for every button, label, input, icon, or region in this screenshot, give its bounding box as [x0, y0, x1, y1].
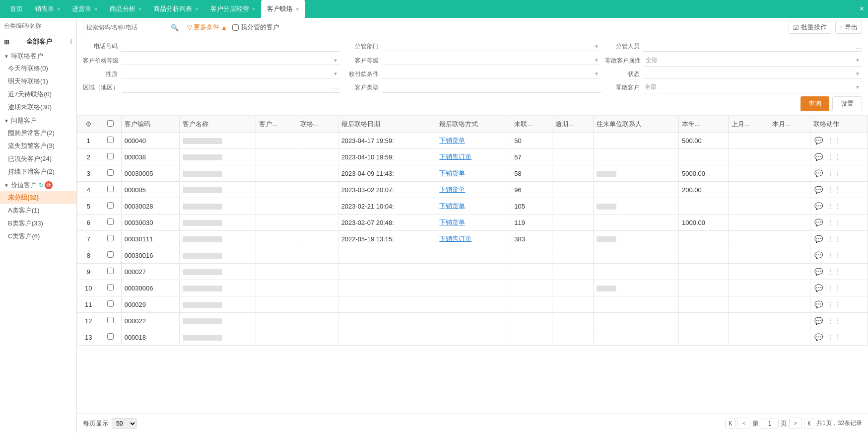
row-more-btn[interactable]: ⋮⋮ [826, 299, 842, 309]
td-checkbox[interactable] [100, 313, 121, 329]
all-customers-header[interactable]: ⊞ 全部客户 《 [0, 34, 76, 49]
td-checkbox[interactable] [100, 264, 121, 280]
first-page-btn[interactable]: К [725, 419, 735, 429]
row-more-btn[interactable]: ⋮⋮ [826, 168, 842, 178]
row-contact-btn[interactable]: 💬 [813, 283, 824, 293]
problem-header[interactable]: ▼ 问题客户 [0, 114, 76, 127]
pending-contact-header[interactable]: ▼ 待联络客户 [0, 49, 76, 62]
row-contact-btn[interactable]: 💬 [813, 185, 824, 195]
last-method-link[interactable]: 下销货单 [439, 169, 465, 177]
row-contact-btn[interactable]: 💬 [813, 332, 824, 342]
row-more-btn[interactable]: ⋮⋮ [826, 267, 842, 277]
row-more-btn[interactable]: ⋮⋮ [826, 185, 842, 195]
sidebar-item-ungroup[interactable]: 未分组(32) [0, 191, 76, 204]
td-checkbox[interactable] [100, 329, 121, 346]
tab-product-list[interactable]: 商品分析列表 × [147, 0, 204, 18]
row-contact-btn[interactable]: 💬 [813, 217, 824, 227]
row-contact-btn[interactable]: 💬 [813, 201, 824, 211]
td-checkbox[interactable] [100, 165, 121, 182]
collapse-icon[interactable]: 《 [67, 38, 72, 46]
export-btn[interactable]: ↑ 导出 [835, 21, 863, 34]
query-button[interactable]: 查询 [801, 96, 829, 111]
sidebar-item-churn-warn[interactable]: 流失预警客户(3) [0, 140, 76, 152]
sidebar-item-churned[interactable]: 已流失客户(24) [0, 152, 76, 165]
close-all-tabs[interactable]: × [860, 4, 864, 13]
sidebar-item-overdue[interactable]: 逾期未联络(30) [0, 101, 76, 114]
row-more-btn[interactable]: ⋮⋮ [826, 201, 842, 211]
region-input[interactable] [122, 82, 332, 92]
close-product-analysis[interactable]: × [138, 6, 141, 12]
sidebar-item-7days[interactable]: 近7天待联络(0) [0, 88, 76, 101]
payment-select[interactable]: ▼ [382, 70, 601, 78]
select-all-checkbox[interactable] [107, 120, 114, 127]
row-more-btn[interactable]: ⋮⋮ [826, 332, 842, 342]
per-page-select[interactable]: 50 20 100 [112, 418, 137, 429]
manager-input[interactable] [643, 41, 854, 51]
close-customer-contact[interactable]: × [296, 6, 299, 12]
td-checkbox[interactable] [100, 215, 121, 231]
row-contact-btn[interactable]: 💬 [813, 267, 824, 277]
refresh-icon[interactable]: ↻ [39, 182, 44, 189]
main-search-input[interactable] [86, 24, 171, 31]
close-product-list[interactable]: × [195, 6, 198, 12]
last-method-link[interactable]: 下销货单 [439, 137, 465, 144]
my-customers-checkbox[interactable] [232, 24, 239, 31]
td-checkbox[interactable] [100, 280, 121, 296]
tab-customer-tier[interactable]: 客户分层经营 × [204, 0, 261, 18]
dept-select[interactable]: ▼ [382, 42, 601, 51]
batch-operation-btn[interactable]: ☑ 批量操作 [789, 21, 831, 34]
sidebar-item-classC[interactable]: C类客户(6) [0, 230, 76, 243]
sidebar-item-today[interactable]: 今天待联络(0) [0, 62, 76, 75]
home-tab[interactable]: 首页 [4, 0, 29, 18]
status-select[interactable]: ▼ [643, 70, 862, 78]
row-more-btn[interactable]: ⋮⋮ [826, 136, 842, 145]
reset-button[interactable]: 设置 [832, 96, 862, 111]
row-more-btn[interactable]: ⋮⋮ [826, 152, 842, 162]
customer-level-select[interactable]: ▼ [382, 56, 601, 65]
phone-input[interactable] [121, 41, 340, 52]
row-contact-btn[interactable]: 💬 [813, 168, 824, 178]
sidebar-search-input[interactable] [4, 22, 77, 29]
tab-product-analysis[interactable]: 商品分析 × [104, 0, 147, 18]
row-more-btn[interactable]: ⋮⋮ [826, 250, 842, 260]
sidebar-item-tomorrow[interactable]: 明天待联络(1) [0, 75, 76, 88]
td-checkbox[interactable] [100, 296, 121, 313]
row-more-btn[interactable]: ⋮⋮ [826, 316, 842, 326]
main-search-icon[interactable]: 🔍 [171, 24, 179, 31]
row-more-btn[interactable]: ⋮⋮ [826, 234, 842, 244]
row-contact-btn[interactable]: 💬 [813, 136, 824, 145]
row-contact-btn[interactable]: 💬 [813, 316, 824, 326]
sidebar-item-abnormal[interactable]: 囤购异常客户(2) [0, 127, 76, 140]
tab-sales-order[interactable]: 销售单 × [29, 0, 66, 18]
td-checkbox[interactable] [100, 149, 121, 165]
close-sales-order[interactable]: × [57, 6, 60, 12]
row-contact-btn[interactable]: 💬 [813, 299, 824, 309]
current-page-input[interactable] [761, 419, 779, 429]
last-method-link[interactable]: 下销货单 [439, 218, 465, 226]
tab-customer-contact[interactable]: 客户联络 × [261, 0, 305, 18]
row-contact-btn[interactable]: 💬 [813, 152, 824, 162]
row-more-btn[interactable]: ⋮⋮ [826, 217, 842, 227]
nature-select[interactable]: ▼ [121, 70, 340, 78]
last-method-link[interactable]: 下销售订单 [439, 235, 471, 242]
settings-icon[interactable]: ⚙ [85, 120, 92, 128]
next-page-btn[interactable]: ＞ [789, 418, 802, 429]
more-conditions-btn[interactable]: ▽ 更多条件 ▲ [187, 23, 227, 32]
row-more-btn[interactable]: ⋮⋮ [826, 283, 842, 293]
last-page-btn[interactable]: К [804, 419, 814, 429]
my-customers-checkbox-label[interactable]: 我分管的客户 [232, 23, 279, 32]
td-checkbox[interactable] [100, 182, 121, 198]
tab-purchase-order[interactable]: 进货单 × [66, 0, 103, 18]
price-level-select[interactable]: ▼ [122, 56, 340, 65]
customer-type-input[interactable] [382, 82, 601, 93]
last-method-link[interactable]: 下销售订单 [439, 153, 471, 160]
td-checkbox[interactable] [100, 198, 121, 215]
value-header[interactable]: ▼ 价值客户 ↻ 新 [0, 178, 76, 191]
close-purchase-order[interactable]: × [94, 6, 97, 12]
td-checkbox[interactable] [100, 231, 121, 247]
row-contact-btn[interactable]: 💬 [813, 250, 824, 260]
last-method-link[interactable]: 下销货单 [439, 186, 465, 193]
close-customer-tier[interactable]: × [252, 6, 255, 12]
sidebar-item-declining[interactable]: 持续下滑客户(2) [0, 165, 76, 178]
retail-customer-select[interactable]: 全部 ▼ [643, 81, 862, 93]
